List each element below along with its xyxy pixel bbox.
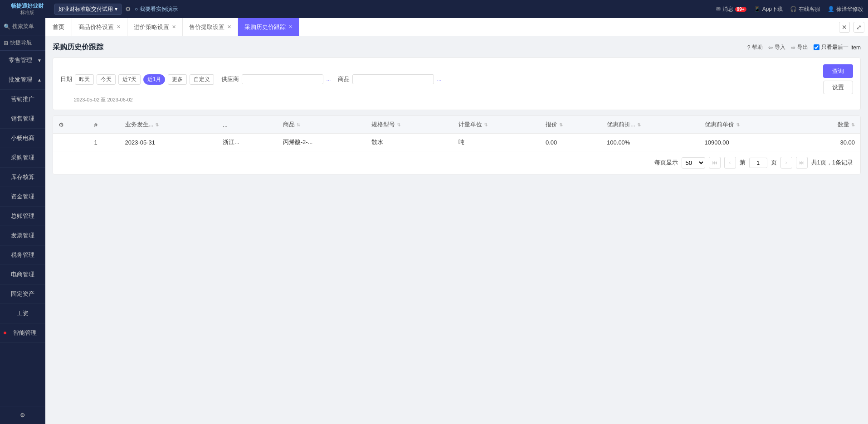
tab-sale-price[interactable]: 售价提取设置 ✕ [183, 18, 238, 36]
content-area: 首页 商品价格设置 ✕ 进价策略设置 ✕ 售价提取设置 ✕ 采购历史价跟踪 ✕ … [45, 18, 868, 424]
settings-button[interactable]: 设置 [823, 81, 853, 94]
message-button[interactable]: ✉ 消息 99+ [716, 5, 746, 13]
sidebar-item-ledger[interactable]: 总账管理 [0, 207, 45, 226]
sidebar-item-finance[interactable]: 资金管理 [0, 187, 45, 207]
export-link[interactable]: ⇨ 导出 [791, 43, 808, 51]
supplier-input[interactable] [242, 74, 323, 84]
tab-history-price[interactable]: 采购历史价跟踪 ✕ [238, 18, 299, 36]
row-quantity: 30.00 [799, 134, 860, 151]
tab-bar-actions: ✕ ⤢ [839, 22, 868, 33]
sidebar-item-assets[interactable]: 固定资产 [0, 284, 45, 304]
tab-home[interactable]: 首页 [45, 18, 72, 36]
sidebar-item-tax[interactable]: 税务管理 [0, 246, 45, 265]
query-button[interactable]: 查询 [823, 64, 853, 78]
col-header-price[interactable]: 报价 ⇅ [540, 116, 601, 134]
sidebar-item-wholesale[interactable]: 批发管理 ▲ [0, 70, 45, 90]
version-select[interactable]: 好业财标准版交付试用 ▾ [54, 4, 122, 15]
sort-icon: ⇅ [155, 122, 159, 127]
demo-icon: ○ [135, 6, 138, 12]
sidebar-item-marketing[interactable]: 营销推广 [0, 90, 45, 109]
sort-icon-spec: ⇅ [397, 122, 400, 127]
sidebar-item-purchase-label: 采购管理 [4, 154, 42, 162]
message-icon: ✉ [716, 6, 721, 12]
col-unit-label: 计量单位 [458, 120, 482, 129]
page-input[interactable] [749, 158, 767, 168]
sidebar-item-invoice[interactable]: 发票管理 [0, 226, 45, 246]
col-more-label: ... [223, 121, 228, 128]
date-range-display: 2023-05-02 至 2023-06-02 [74, 97, 133, 102]
sidebar-item-payroll[interactable]: 工资 [0, 304, 45, 323]
sort-icon-unit: ⇅ [484, 122, 488, 127]
sidebar-item-purchase[interactable]: 采购管理 [0, 148, 45, 168]
data-table: ⚙ # 业务发生... ⇅ ... [53, 116, 860, 151]
main-layout: 🔍 搜索菜单 ⊞ 快捷导航 零售管理 ▼ 批发管理 ▲ 营销推广 销售管理 小畅… [0, 18, 868, 424]
filter-area: 日期 昨天 今天 近7天 近1月 更多 自定义 供应商 ... [53, 58, 861, 110]
app-download-button[interactable]: 📱 App下载 [754, 5, 783, 13]
online-service-button[interactable]: 🎧 在线客服 [790, 5, 820, 13]
col-header-discount[interactable]: 优惠前折... ⇅ [601, 116, 699, 134]
col-pre-discount-label: 优惠前单价 [705, 120, 734, 129]
col-header-spec[interactable]: 规格型号 ⇅ [366, 116, 453, 134]
date-btn-yesterday[interactable]: 昨天 [75, 74, 94, 85]
col-header-pre-discount-price[interactable]: 优惠前单价 ⇅ [699, 116, 799, 134]
filter-buttons: 查询 设置 [823, 64, 853, 94]
tab-sale-price-close-icon[interactable]: ✕ [227, 24, 231, 30]
goods-input[interactable] [352, 74, 434, 84]
sort-icon-quantity: ⇅ [851, 122, 855, 127]
tab-strategy[interactable]: 进价策略设置 ✕ [127, 18, 183, 36]
demo-button[interactable]: ○ 我要看实例演示 [135, 5, 178, 13]
col-header-quantity[interactable]: 数量 ⇅ [799, 116, 860, 134]
page-prev-btn[interactable]: ‹ [724, 157, 736, 169]
date-btn-7days[interactable]: 近7天 [118, 74, 141, 85]
date-btn-today[interactable]: 今天 [97, 74, 116, 85]
per-page-select[interactable]: 10 20 50 100 [682, 157, 705, 169]
sidebar-footer-settings[interactable]: ⚙ [0, 406, 45, 424]
sidebar-item-ecom[interactable]: 电商管理 [0, 265, 45, 284]
tab-bar: 首页 商品价格设置 ✕ 进价策略设置 ✕ 售价提取设置 ✕ 采购历史价跟踪 ✕ … [45, 18, 868, 36]
tab-close-button[interactable]: ✕ [839, 22, 850, 33]
page-next-btn[interactable]: › [780, 157, 792, 169]
supplier-more-btn[interactable]: ... [326, 76, 331, 82]
col-header-unit[interactable]: 计量单位 ⇅ [453, 116, 540, 134]
tab-strategy-close-icon[interactable]: ✕ [172, 24, 176, 30]
only-last-label: 只看最后一 [821, 43, 848, 51]
sidebar-item-smart[interactable]: 智能管理 [0, 323, 45, 343]
page-label: 第 [740, 159, 746, 167]
tab-price-close-icon[interactable]: ✕ [117, 24, 121, 30]
date-btn-more[interactable]: 更多 [168, 74, 187, 85]
tab-sale-price-label: 售价提取设置 [189, 23, 224, 31]
date-btn-custom[interactable]: 自定义 [190, 74, 214, 85]
import-link[interactable]: ⇦ 导入 [768, 43, 785, 51]
chevron-icon: ▼ [37, 58, 42, 63]
goods-more-btn[interactable]: ... [437, 76, 441, 82]
sidebar-item-inventory[interactable]: 库存核算 [0, 168, 45, 187]
sidebar: 🔍 搜索菜单 ⊞ 快捷导航 零售管理 ▼ 批发管理 ▲ 营销推广 销售管理 小畅… [0, 18, 45, 424]
sidebar-quick-nav[interactable]: ⊞ 快捷导航 [0, 35, 45, 51]
col-header-more[interactable]: ... [217, 116, 278, 134]
col-header-gear[interactable]: ⚙ [53, 116, 88, 134]
sidebar-item-sales[interactable]: 销售管理 [0, 109, 45, 129]
col-discount-label: 优惠前折... [607, 120, 635, 129]
tab-home-label: 首页 [53, 23, 64, 31]
row-biz-date: 2023-05-31 [120, 134, 217, 151]
tab-strategy-label: 进价策略设置 [134, 23, 169, 31]
date-btn-1month[interactable]: 近1月 [143, 74, 166, 85]
sidebar-item-retail[interactable]: 零售管理 ▼ [0, 51, 45, 70]
sidebar-item-invoice-label: 发票管理 [4, 231, 42, 240]
col-header-goods[interactable]: 商品 ⇅ [278, 116, 366, 134]
only-last-checkbox[interactable] [814, 44, 819, 50]
user-menu-button[interactable]: 👤 徐泽华修改 [828, 5, 863, 13]
page-first-btn[interactable]: ⏮ [709, 157, 721, 169]
tab-price[interactable]: 商品价格设置 ✕ [72, 18, 127, 36]
sidebar-search[interactable]: 🔍 搜索菜单 [0, 18, 45, 35]
page-last-btn[interactable]: ⏭ [796, 157, 808, 169]
tab-history-price-close-icon[interactable]: ✕ [288, 24, 293, 30]
sidebar-item-retail-label: 零售管理 [4, 56, 37, 64]
header-settings-button[interactable]: ⚙ [125, 5, 131, 13]
col-header-biz-date[interactable]: 业务发生... ⇅ [120, 116, 217, 134]
help-icon: ? [747, 44, 751, 51]
tab-maximize-button[interactable]: ⤢ [853, 22, 864, 33]
supplier-label: 供应商 [221, 75, 239, 83]
help-link[interactable]: ? 帮助 [747, 43, 763, 51]
sidebar-item-ecom-small[interactable]: 小畅电商 [0, 129, 45, 148]
